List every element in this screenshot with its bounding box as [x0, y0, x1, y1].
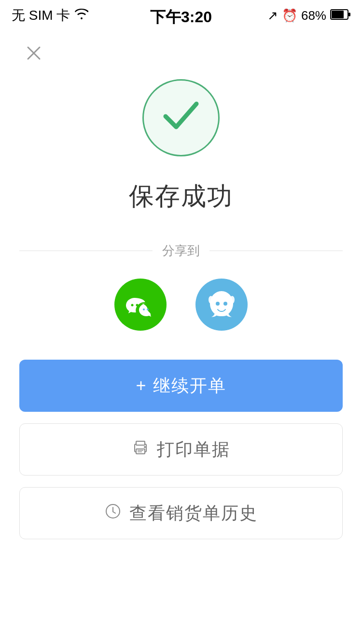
qq-share-button[interactable] [195, 279, 248, 331]
svg-point-6 [131, 304, 134, 307]
view-history-button[interactable]: 查看销货单历史 [19, 487, 343, 539]
svg-rect-15 [136, 441, 145, 445]
svg-point-7 [136, 304, 139, 307]
share-icons [19, 279, 343, 331]
continue-order-button[interactable]: + 继续开单 [19, 360, 343, 412]
action-buttons: + 继续开单 打印单据 [0, 360, 362, 539]
continue-order-label: + 继续开单 [136, 374, 226, 398]
wifi-icon [75, 9, 88, 22]
battery-text: 68% [301, 8, 326, 23]
svg-point-12 [209, 296, 213, 304]
status-left: 无 SIM 卡 [12, 6, 88, 25]
close-button[interactable] [19, 39, 48, 68]
share-section: 分享到 [0, 242, 362, 360]
status-bar: 无 SIM 卡 下午3:20 ↗ ⏰ 68% [0, 0, 362, 31]
svg-point-8 [143, 308, 145, 310]
printer-icon [132, 439, 149, 460]
status-right: ↗ ⏰ 68% [267, 8, 350, 23]
battery-icon [330, 8, 350, 23]
print-receipt-label: 打印单据 [157, 438, 230, 462]
location-icon: ↗ [267, 8, 278, 23]
svg-rect-1 [332, 11, 344, 18]
svg-point-13 [230, 296, 235, 304]
carrier-text: 无 SIM 卡 [12, 6, 70, 25]
wechat-share-button[interactable] [114, 279, 167, 331]
svg-point-19 [144, 446, 146, 448]
success-title: 保存成功 [129, 180, 233, 213]
main-content: 保存成功 分享到 [0, 31, 362, 539]
alarm-icon: ⏰ [282, 8, 297, 23]
print-receipt-button[interactable]: 打印单据 [19, 423, 343, 476]
svg-rect-16 [136, 449, 145, 454]
share-label: 分享到 [162, 242, 200, 259]
share-divider: 分享到 [19, 242, 343, 259]
view-history-label: 查看销货单历史 [129, 502, 258, 525]
svg-rect-2 [348, 13, 350, 16]
checkmark-icon [162, 98, 200, 138]
svg-point-11 [223, 302, 227, 306]
history-icon [104, 503, 122, 524]
svg-point-9 [147, 308, 149, 310]
success-icon-circle [142, 79, 220, 156]
status-time: 下午3:20 [150, 7, 212, 28]
svg-point-10 [216, 302, 220, 306]
